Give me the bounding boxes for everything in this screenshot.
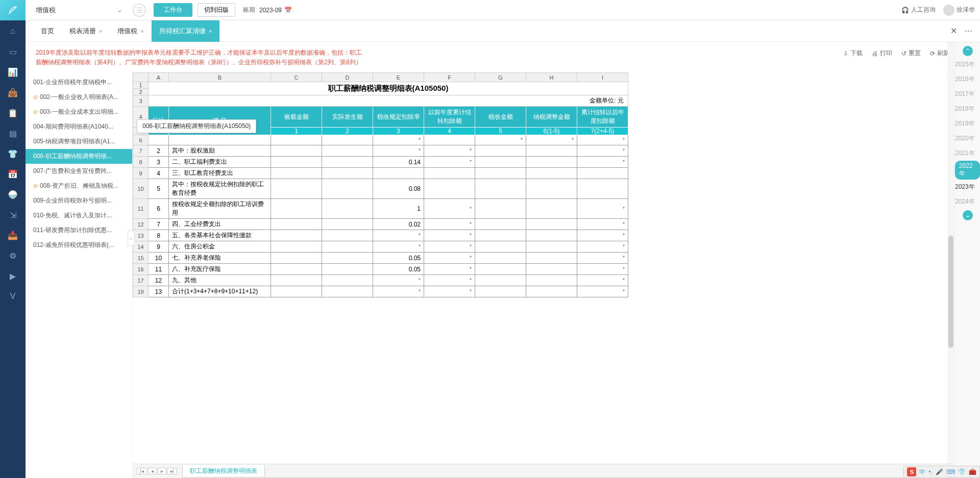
chevron-down-icon: ⌄ xyxy=(117,6,122,14)
headset-icon: 🎧 xyxy=(901,7,909,14)
support-link[interactable]: 🎧 人工咨询 xyxy=(901,6,936,14)
tab-税表清册[interactable]: 税表清册× xyxy=(62,20,110,21)
user-menu[interactable]: 徐泽华 xyxy=(943,5,975,16)
doc-icon: ☰ xyxy=(136,6,143,14)
support-label: 人工咨询 xyxy=(911,6,936,14)
period-picker[interactable]: 2023-09 📅 xyxy=(259,7,292,14)
tab-增值税[interactable]: 增值税× xyxy=(110,20,151,21)
dropdown-label: 增值税 xyxy=(36,6,56,15)
topbar-right: 🎧 人工咨询 徐泽华 xyxy=(901,5,975,16)
topbar: 增值税 ⌄ ☰ 工作台 切到旧版 账期 2023-09 📅 🎧 人工咨询 徐泽华 xyxy=(0,0,980,20)
tax-type-dropdown[interactable]: 增值税 ⌄ xyxy=(36,6,122,15)
tab-所得税汇算清缴[interactable]: 所得税汇算清缴× xyxy=(152,20,219,21)
calendar-icon: 📅 xyxy=(284,7,292,14)
worktable-button[interactable]: 工作台 xyxy=(154,3,192,17)
period-value: 2023-09 xyxy=(259,7,282,14)
username: 徐泽华 xyxy=(957,6,975,14)
app-logo xyxy=(0,0,26,20)
period-label: 账期 xyxy=(243,6,255,14)
doc-circle-button[interactable]: ☰ xyxy=(133,4,146,17)
tab-首页[interactable]: 首页 xyxy=(33,20,62,21)
avatar-icon xyxy=(943,5,954,16)
feather-icon xyxy=(8,5,18,15)
switch-oldver-button[interactable]: 切到旧版 xyxy=(198,3,235,17)
